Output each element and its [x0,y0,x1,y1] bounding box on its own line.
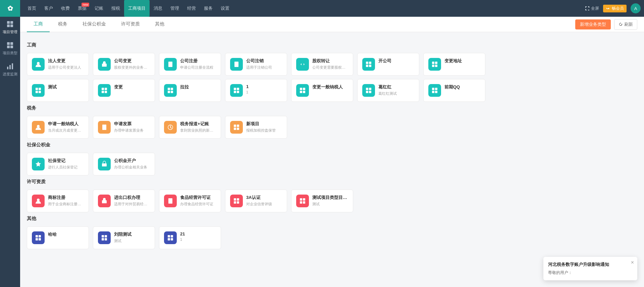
subtab-social[interactable]: 社保公积金 [76,17,113,32]
svg-rect-73 [39,238,41,240]
card-test-type[interactable]: 测试项目类型目定义 测试 [291,190,353,212]
nav-service[interactable]: 服务 [200,0,217,17]
card-tax-report[interactable]: 税务报道+记账 拿到营业执照的新公司 [159,116,221,139]
refresh-button[interactable]: 刷新 [614,19,637,30]
nav-tax[interactable]: 报税 [107,0,124,17]
new-type-button[interactable]: 新增业务类型 [575,19,611,29]
svg-rect-49 [432,91,434,93]
sidebar-item-project-type[interactable]: 项目类型 [0,38,20,59]
svg-rect-17 [366,65,368,67]
card-change-address[interactable]: 变更地址 [423,53,485,76]
card-change-tax[interactable]: 变更一般纳税人 [291,79,353,102]
sidebar-item-project-manage[interactable]: 项目管理 [0,17,20,38]
subtab-biz[interactable]: 工商 [27,17,50,32]
nav-manage[interactable]: 管理 [166,0,183,17]
card-change2[interactable]: 变更 [93,79,155,102]
card-num1[interactable]: 1 1 [225,79,287,102]
fullscreen-btn[interactable]: 全屏 [585,6,599,11]
svg-rect-12 [102,64,107,67]
topnav-right: 全屏 畅会员 A [585,3,641,13]
card-icon [98,58,111,71]
svg-rect-29 [102,91,104,93]
svg-rect-8 [7,67,8,69]
svg-rect-47 [432,88,434,90]
card-front-qq[interactable]: 前期QQ [423,79,485,102]
card-haha[interactable]: 哈哈 [27,226,89,249]
nav-accounting[interactable]: 记账 [91,0,107,17]
card-company-change[interactable]: 公司变更 股权变更外的业务变更 [93,53,155,76]
card-liupei-test[interactable]: 刘陪测试 测试 [93,226,155,249]
sidebar: ✿ 项目管理 项目类型 [0,0,20,287]
top-navigation: 首页 客户 收费 票据 new 记账 报税 工商项目 消息 管理 经营 服务 设… [20,0,644,17]
nav-invoice[interactable]: 票据 new [74,0,91,17]
svg-rect-2 [7,24,10,27]
card-trademark[interactable]: 商标注册 用于企业商标注册服务 [27,190,89,212]
card-equity-transfer[interactable]: 股权转让 公司变更需要股权转让 [291,53,353,76]
content-area: 工商 税务 社保公积金 许可资质 其他 新增业务类型 刷新 工商 [20,17,644,287]
subtabs-bar: 工商 税务 社保公积金 许可资质 其他 新增业务类型 刷新 [20,17,644,32]
svg-rect-48 [435,88,437,90]
subtab-license[interactable]: 许可资质 [114,17,147,32]
svg-rect-26 [39,91,41,93]
svg-point-11 [37,62,40,65]
svg-rect-25 [36,91,38,93]
sidebar-item-progress-monitor[interactable]: 进度监测 [0,59,20,80]
svg-rect-18 [369,65,371,67]
svg-rect-22 [435,65,437,67]
card-icon [428,84,441,97]
section-title-social: 社保公积金 [27,142,637,148]
nav-operation[interactable]: 经营 [183,0,200,17]
card-icon [296,58,309,71]
nav-home[interactable]: 首页 [23,0,40,17]
card-import-export[interactable]: 进出口权办理 适用于对外贸易经营者 [93,190,155,212]
nav-customer[interactable]: 客户 [40,0,57,17]
card-apply-invoice[interactable]: 申请发票 办理申请发票业务 [93,116,155,139]
card-open-company[interactable]: 开公司 [357,53,419,76]
nav-billing[interactable]: 收费 [57,0,74,17]
svg-rect-69 [303,201,305,204]
card-legal-change[interactable]: 法人变更 适用于公司变更法人 [27,53,89,76]
subtab-tax[interactable]: 税务 [51,17,74,32]
user-avatar[interactable]: A [631,3,641,13]
card-food-license[interactable]: 食品经营许可证 办理食品经营许可证 [159,190,221,212]
card-3a-cert[interactable]: 3A认证 对企业信誉评级 [225,190,287,212]
card-icon [98,158,111,170]
svg-rect-9 [9,65,11,69]
card-num21[interactable]: 21 1 [159,226,221,249]
nav-settings[interactable]: 设置 [217,0,233,17]
subtabs-actions: 新增业务类型 刷新 [575,19,637,30]
card-icon [428,58,441,71]
tax-cards-grid: 申请一般纳税人 当月或次月成变更完成 申请发票 办理申请发票业务 [27,116,637,139]
card-social-register[interactable]: 社保登记 进行人员社保登记 [27,153,89,175]
card-icon [32,84,45,97]
card-icon [98,195,111,207]
subtab-other[interactable]: 其他 [148,17,171,32]
svg-rect-36 [237,88,239,90]
svg-rect-7 [10,46,13,48]
section-title-license: 许可资质 [27,179,637,185]
card-test[interactable]: 测试 [27,79,89,102]
svg-rect-72 [36,238,38,240]
card-icon [164,84,177,97]
card-gehonghong[interactable]: 葛红红 葛红红测试 [357,79,419,102]
svg-rect-81 [171,238,173,240]
svg-rect-55 [237,125,239,127]
svg-rect-70 [36,235,38,237]
svg-rect-78 [168,235,170,237]
svg-rect-57 [237,128,239,130]
notification-close[interactable]: × [631,260,634,266]
vip-button[interactable]: 畅会员 [603,5,627,12]
svg-rect-16 [369,62,371,64]
card-icon [230,58,243,71]
svg-rect-38 [237,91,239,93]
card-fund-open[interactable]: 公积金开户 办理公积金相关业务 [93,153,155,175]
card-company-cancel[interactable]: 公司注销 适用于注销公司 [225,53,287,76]
card-new-project[interactable]: 新项目 报税加税控盘保管 [225,116,287,139]
nav-bizproject[interactable]: 工商项目 [124,0,150,17]
card-icon [32,121,45,134]
card-lala[interactable]: 拉拉 [159,79,221,102]
card-apply-taxpayer[interactable]: 申请一般纳税人 当月或次月成变更完成 [27,116,89,139]
card-company-register[interactable]: 公司注册 申请公司注册全流程 [159,53,221,76]
svg-rect-24 [39,88,41,90]
nav-message[interactable]: 消息 [150,0,166,17]
